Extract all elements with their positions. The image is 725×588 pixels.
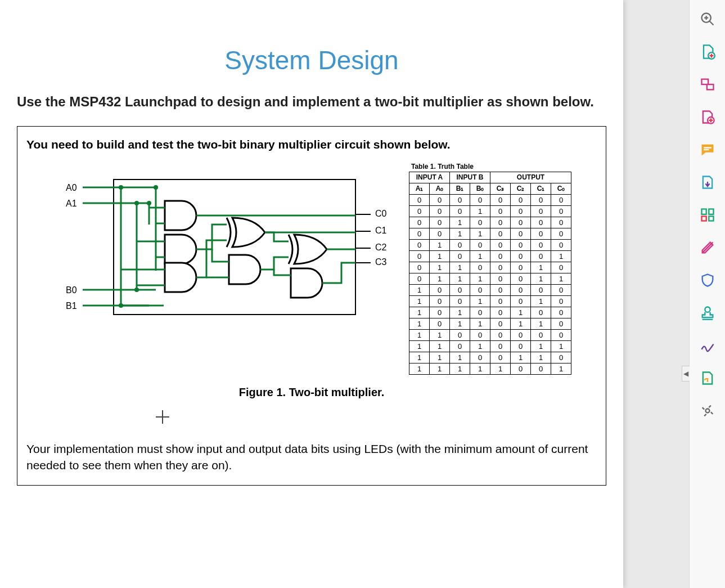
table-row: 10100100 <box>409 307 571 318</box>
truth-header: B₁ <box>450 183 470 194</box>
svg-point-10 <box>134 201 139 205</box>
redact-icon[interactable] <box>699 239 717 257</box>
stamp-icon[interactable] <box>699 304 717 322</box>
label-c2: C2 <box>375 243 387 252</box>
table-row: 01000000 <box>409 239 571 250</box>
truth-header: C₃ <box>490 183 511 194</box>
assignment-box: You need to build and test the two-bit b… <box>17 126 606 486</box>
table-row: 11111001 <box>409 363 571 374</box>
table-row: 11010011 <box>409 340 571 352</box>
combine-files-icon[interactable] <box>699 75 717 93</box>
label-c3: C3 <box>375 257 387 267</box>
truth-group-out: OUTPUT <box>490 172 571 183</box>
collapse-rail-button[interactable]: ◀ <box>682 366 690 381</box>
truth-header: B₀ <box>470 183 490 194</box>
truth-header: C₂ <box>511 183 531 194</box>
svg-rect-40 <box>704 147 712 148</box>
page-title: System Design <box>17 45 606 75</box>
svg-point-46 <box>705 307 710 312</box>
organize-pages-icon[interactable] <box>699 206 717 224</box>
table-row: 00000000 <box>409 194 571 205</box>
truth-header: C₁ <box>531 183 551 194</box>
assignment-lead: You need to build and test the two-bit b… <box>26 138 597 151</box>
table-row: 10000000 <box>409 284 571 295</box>
zoom-in-icon[interactable] <box>699 10 717 28</box>
table-row: 00010000 <box>409 205 571 217</box>
truth-header: C₀ <box>551 183 571 194</box>
more-tools-icon[interactable] <box>699 402 717 420</box>
svg-rect-43 <box>709 209 713 214</box>
document-page: System Design Use the MSP432 Launchpad t… <box>0 0 623 588</box>
truth-table-title: Table 1. Truth Table <box>411 163 571 170</box>
truth-headers-row: A₁A₀B₁B₀C₃C₂C₁C₀ <box>409 183 571 194</box>
figure-caption: Figure 1. Two-bit multiplier. <box>26 386 597 399</box>
tools-rail: ◀ <box>689 0 725 588</box>
svg-point-9 <box>119 185 123 190</box>
truth-group-a: INPUT A <box>409 172 450 183</box>
svg-line-29 <box>709 21 713 25</box>
svg-point-13 <box>154 185 158 190</box>
svg-rect-45 <box>709 216 713 221</box>
svg-rect-42 <box>701 209 706 214</box>
svg-point-12 <box>134 288 139 292</box>
table-row: 10110110 <box>409 318 571 329</box>
svg-rect-35 <box>701 79 708 84</box>
send-review-icon[interactable] <box>699 369 717 387</box>
truth-header: A₁ <box>409 183 430 194</box>
protect-icon[interactable] <box>699 271 717 289</box>
truth-table: INPUT A INPUT B OUTPUT A₁A₀B₁B₀C₃C₂C₁C₀ … <box>409 172 571 375</box>
svg-rect-41 <box>704 149 709 150</box>
table-row: 01110011 <box>409 273 571 284</box>
table-row: 00110000 <box>409 228 571 239</box>
intro-text: Use the MSP432 Launchpad to design and i… <box>17 92 606 112</box>
label-b1: B1 <box>66 301 77 311</box>
label-b0: B0 <box>66 285 77 295</box>
document-viewport[interactable]: System Design Use the MSP432 Launchpad t… <box>0 0 689 588</box>
table-row: 01100010 <box>409 262 571 273</box>
svg-point-14 <box>147 201 151 205</box>
table-row: 11100110 <box>409 352 571 363</box>
table-row: 01010001 <box>409 250 571 262</box>
label-c0: C0 <box>375 209 387 218</box>
truth-body: 0000000000010000001000000011000001000000… <box>409 194 571 374</box>
truth-group-b: INPUT B <box>450 172 490 183</box>
svg-rect-44 <box>701 216 706 221</box>
create-pdf-icon[interactable] <box>699 43 717 61</box>
edit-pdf-icon[interactable] <box>699 108 717 126</box>
comment-icon[interactable] <box>699 141 717 159</box>
svg-point-48 <box>705 409 709 413</box>
table-row: 11000000 <box>409 329 571 340</box>
label-c1: C1 <box>375 226 387 235</box>
implementation-note: Your implementation must show input and … <box>26 441 597 474</box>
label-a1: A1 <box>66 199 77 208</box>
truth-header: A₀ <box>430 183 450 194</box>
text-cursor-icon <box>156 410 169 424</box>
circuit-diagram: A0 A1 B0 B1 C0 C1 C2 C3 <box>26 168 398 345</box>
label-a0: A0 <box>66 183 77 192</box>
table-row: 00100000 <box>409 217 571 228</box>
svg-rect-36 <box>706 84 713 89</box>
fill-sign-icon[interactable] <box>699 336 717 354</box>
export-pdf-icon[interactable] <box>699 173 717 191</box>
table-row: 10010010 <box>409 295 571 307</box>
